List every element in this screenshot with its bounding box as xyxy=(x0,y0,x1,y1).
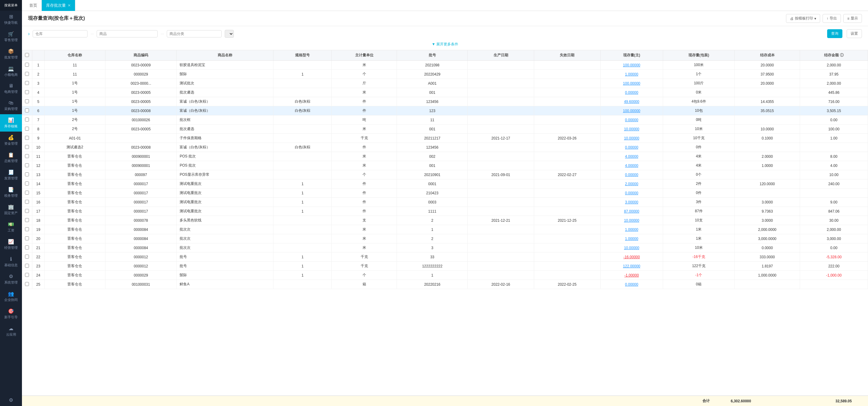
row-qty-main[interactable]: 4.00000 xyxy=(600,152,663,161)
table-row: 20 晋客仓仓 0000084 批次次 米 2 1.00000 1米 3,000… xyxy=(22,234,868,243)
row-qty-main[interactable]: 10.00000 xyxy=(600,243,663,252)
sidebar-logo[interactable]: 搜索菜单 xyxy=(0,0,22,11)
search-button[interactable]: 查询 xyxy=(827,29,842,38)
expand-icon[interactable]: › xyxy=(28,31,30,37)
row-checkbox[interactable] xyxy=(22,97,32,106)
table-row: 1 11 0023-00009 软胶道具粉泥宝 米 2021098 100.00… xyxy=(22,61,868,70)
row-checkbox[interactable] xyxy=(22,252,32,262)
row-qty-main[interactable]: 2.00000 xyxy=(600,179,663,189)
row-checkbox[interactable] xyxy=(22,179,32,189)
sidebar-item-retail[interactable]: 🛒 零售管理 xyxy=(0,28,22,45)
footer-label: 合计 xyxy=(690,398,722,404)
tab-close-icon[interactable]: ✕ xyxy=(68,3,71,8)
select-all-checkbox[interactable] xyxy=(25,53,29,57)
row-checkbox[interactable] xyxy=(22,198,32,207)
row-qty-main[interactable]: 10.00000 xyxy=(600,134,663,143)
row-checkbox[interactable] xyxy=(22,207,32,216)
export-button[interactable]: ↑ 导出 xyxy=(823,14,841,23)
sidebar-item-fixed-assets[interactable]: 🏢 固定资产 xyxy=(0,201,22,218)
row-qty-main[interactable]: 100.00000 xyxy=(600,79,663,88)
row-qty-main[interactable]: 0.00000 xyxy=(600,170,663,179)
row-checkbox[interactable] xyxy=(22,170,32,179)
row-checkbox[interactable] xyxy=(22,271,32,280)
row-checkbox[interactable] xyxy=(22,143,32,152)
row-checkbox[interactable] xyxy=(22,115,32,125)
row-checkbox[interactable] xyxy=(22,152,32,161)
sidebar-item-payroll[interactable]: 💵 工资 xyxy=(0,218,22,236)
row-exp-date xyxy=(534,61,600,70)
row-checkbox[interactable] xyxy=(22,79,32,88)
row-qty-main[interactable]: -16.00000 xyxy=(600,252,663,262)
warehouse-input[interactable] xyxy=(33,30,88,37)
category-select[interactable] xyxy=(225,30,234,38)
sidebar-item-mini-ecom[interactable]: 💻 小额电商 xyxy=(0,63,22,80)
row-checkbox[interactable] xyxy=(22,161,32,170)
row-qty-main[interactable]: 0.00000 xyxy=(600,280,663,289)
row-checkbox[interactable] xyxy=(22,189,32,198)
row-checkbox[interactable] xyxy=(22,61,32,70)
row-qty-main[interactable]: 87.00000 xyxy=(600,207,663,216)
tab-home[interactable]: 首页 xyxy=(25,0,42,11)
sidebar-item-cloud[interactable]: ☁ 云应用 xyxy=(0,323,22,340)
row-checkbox[interactable] xyxy=(22,262,32,271)
sidebar-item-newbie[interactable]: 🎯 新手引导 xyxy=(0,305,22,323)
table-container[interactable]: 仓库名称 商品编码 商品名称 规格型号 主计量单位 批号 生产日期 失效日期 现… xyxy=(22,50,868,395)
row-qty-main[interactable]: 1.00000 xyxy=(600,234,663,243)
row-qty-main[interactable]: -1.00000 xyxy=(600,271,663,280)
sidebar-item-purchase[interactable]: 🛍 采购管理 xyxy=(0,97,22,114)
row-checkbox[interactable] xyxy=(22,216,32,225)
row-qty-main[interactable]: 100.00000 xyxy=(600,61,663,70)
row-qty-main[interactable]: 49.60000 xyxy=(600,97,663,106)
row-unit: 米 xyxy=(332,88,397,97)
row-checkbox[interactable] xyxy=(22,88,32,97)
row-spec: 1 xyxy=(274,198,332,207)
sidebar-settings[interactable]: ⚙ xyxy=(0,394,22,406)
row-code: 001000026 xyxy=(105,115,177,125)
row-qty-main[interactable]: 0.00000 xyxy=(600,115,663,125)
row-amount xyxy=(800,189,868,198)
row-name: 批次次 xyxy=(177,225,274,234)
row-qty-main[interactable]: 100.00000 xyxy=(600,106,663,115)
row-checkbox[interactable] xyxy=(22,106,32,115)
row-qty-main[interactable]: 1.00000 xyxy=(600,225,663,234)
row-checkbox[interactable] xyxy=(22,134,32,143)
row-qty-main[interactable]: 10.00000 xyxy=(600,125,663,134)
sidebar-item-collab[interactable]: 👥 企业协同 xyxy=(0,288,22,305)
row-qty-main[interactable]: 122.00000 xyxy=(600,262,663,271)
expand-conditions-btn[interactable]: ▼ 展开更多条件 xyxy=(432,42,458,47)
tab-inventory-batch[interactable]: 库存批次量 ✕ xyxy=(42,0,75,11)
row-checkbox[interactable] xyxy=(22,234,32,243)
sidebar-item-ecom[interactable]: 🖥 电商管理 xyxy=(0,80,22,97)
display-button[interactable]: ≡ 显示 xyxy=(843,14,862,23)
row-checkbox[interactable] xyxy=(22,225,32,234)
sidebar-item-basic-info[interactable]: ℹ 基础信息 xyxy=(0,253,22,270)
sidebar-item-wholesale[interactable]: 📦 批发管理 xyxy=(0,45,22,63)
sidebar-item-general[interactable]: 📋 总账管理 xyxy=(0,149,22,166)
row-qty-main[interactable]: 10.00000 xyxy=(600,216,663,225)
row-amount: 0.00 xyxy=(800,243,868,252)
product-input[interactable] xyxy=(97,30,158,37)
sidebar-item-sys-mgmt[interactable]: ⚙ 系统管理 xyxy=(0,270,22,288)
finance-icon: 💰 xyxy=(2,135,21,140)
row-checkbox[interactable] xyxy=(22,70,32,79)
row-qty-main[interactable]: 0.00000 xyxy=(600,189,663,198)
sidebar-item-inventory[interactable]: 📊 库存核账 xyxy=(0,114,22,132)
row-checkbox[interactable] xyxy=(22,125,32,134)
sidebar-item-tax[interactable]: 📑 税务管理 xyxy=(0,184,22,201)
row-qty-main[interactable]: 0.00000 xyxy=(600,88,663,97)
sidebar-item-finance[interactable]: 💰 资金管理 xyxy=(0,132,22,149)
chevron-down-icon: ▾ xyxy=(814,16,816,21)
row-qty-main[interactable]: 1.00000 xyxy=(600,70,663,79)
sidebar-item-biz-mgmt[interactable]: 📈 经营管理 xyxy=(0,236,22,253)
row-qty-main[interactable]: 3.00000 xyxy=(600,198,663,207)
category-input[interactable] xyxy=(167,30,222,37)
row-checkbox[interactable] xyxy=(22,280,32,289)
print-button[interactable]: 🖨 按模板打印 ▾ xyxy=(786,14,820,23)
sidebar-item-quick-nav[interactable]: ⊞ 快捷导航 xyxy=(0,11,22,28)
col-no xyxy=(32,50,44,61)
row-checkbox[interactable] xyxy=(22,243,32,252)
settings-button[interactable]: 设置 xyxy=(847,29,862,38)
row-qty-main[interactable]: 4.00000 xyxy=(600,161,663,170)
sidebar-item-invoice[interactable]: 🧾 发票管理 xyxy=(0,166,22,184)
row-qty-main[interactable]: 0.00000 xyxy=(600,143,663,152)
